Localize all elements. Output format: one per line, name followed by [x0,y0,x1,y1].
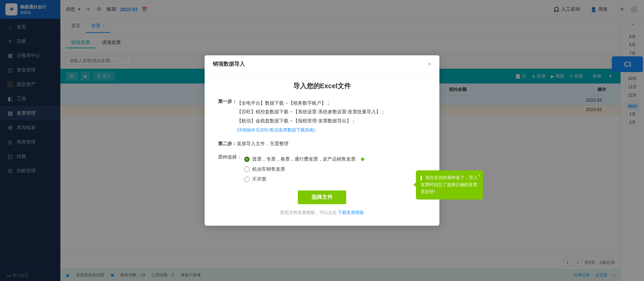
step1-line1: 【全电平台】数据下载→【税务数字账户】； [237,99,385,108]
step1-link: (详细操作见百旺/航信发票数据下载指南) [237,125,385,134]
modal-title: 销项数据导入 [213,61,245,68]
radio-input-1[interactable] [244,157,250,162]
import-modal: 销项数据导入 × 导入您的Excel文件 第一步： 【全电平台】数据下载→【税务… [205,55,439,226]
step2-label: 第二步： [218,141,237,147]
radio-option-3[interactable]: 不开票 [244,176,426,182]
radio-option-1[interactable]: 普票，专票，卷票，通行费发票，农产品销售发票 [244,156,426,162]
modal-close-button[interactable]: × [428,61,431,68]
modal-overlay: 销项数据导入 × 导入您的Excel文件 第一步： 【全电平台】数据下载→【税务… [0,0,644,281]
step-1: 第一步： 【全电平台】数据下载→【税务数字账户】； 【百旺】税控盘数据下载→【系… [218,99,426,134]
radio-input-2[interactable] [244,167,250,172]
step1-label: 第一步： [218,99,237,105]
tooltip-close-button[interactable]: × [478,172,480,179]
download-template-link[interactable]: 下载发票模版 [338,210,364,215]
modal-main-title: 导入您的Excel文件 [218,81,426,91]
step1-guide-link[interactable]: (详细操作见百旺/航信发票数据下载指南) [237,127,315,132]
step1-line2: 【百旺】税控盘数据下载→【系统设置-系统参数设置-发票批量导入】； [237,107,385,116]
step2-text: 直接导入文件，无需整理 [237,141,288,147]
tooltip-bubble: 现在支持的票种多了，导入发票时别忘了选择正确的发票类型呀! × [416,170,483,199]
modal-header: 销项数据导入 × [205,55,439,73]
step1-line3: 【航信】金税盘数据下载→【报税管理-发票数据导出】； [237,116,385,125]
select-file-button[interactable]: 选择文件 [298,190,346,204]
step1-content: 第一步： 【全电平台】数据下载→【税务数字账户】； 【百旺】税控盘数据下载→【系… [218,99,426,134]
radio-input-3[interactable] [244,177,250,182]
modal-body: 导入您的Excel文件 第一步： 【全电平台】数据下载→【税务数字账户】； 【百… [205,73,439,226]
radio-option-2[interactable]: 机动车销售发票 [244,166,426,172]
radio-label: 票种选择： [218,154,241,160]
step-2: 第二步： 直接导入文件，无需整理 [218,141,426,147]
radio-group: 普票，专票，卷票，通行费发票，农产品销售发票 机动车销售发票 不开票 [244,156,426,182]
tooltip-accent [421,176,422,180]
radio-section: 票种选择： 普票，专票，卷票，通行费发票，农产品销售发票 机动车销售发票 不开票 [218,154,426,182]
download-hint: 若您没有发票模版，可以点击 下载发票模版 [218,210,426,216]
step1-lines: 【全电平台】数据下载→【税务数字账户】； 【百旺】税控盘数据下载→【系统设置-系… [237,99,385,134]
radio-dot-indicator [361,158,364,161]
